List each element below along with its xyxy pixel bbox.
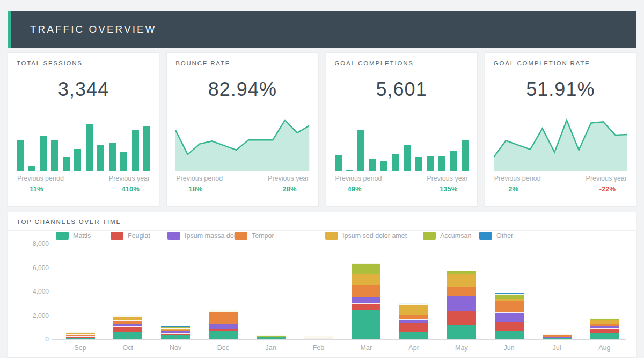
x-axis-tick: Mar [347, 344, 385, 352]
bar-segment-mattis[interactable] [495, 331, 524, 339]
spark-bar[interactable] [335, 155, 342, 171]
spark-bar[interactable] [369, 159, 376, 171]
prev-year-label: Previous year [268, 175, 309, 182]
bar-segment-feugiat[interactable] [352, 303, 380, 310]
area-fill [494, 120, 627, 171]
spark-bar[interactable] [109, 143, 116, 171]
bar-segment-tempor[interactable] [209, 312, 238, 323]
spark-bar[interactable] [143, 126, 150, 171]
bar-segment-feugiat[interactable] [495, 322, 524, 331]
bar-segment-mattis[interactable] [66, 338, 95, 339]
bar-segment-mattis[interactable] [543, 338, 572, 339]
bar-segment-tempor[interactable] [447, 287, 476, 296]
y-axis-tick: 2,000 [23, 312, 49, 319]
spark-bar[interactable] [346, 170, 353, 171]
spark-bar[interactable] [427, 156, 434, 171]
x-axis-tick: Feb [300, 344, 338, 352]
x-axis-tick: Jul [538, 344, 576, 352]
bar-column-aug[interactable] [590, 244, 619, 339]
prev-period-label: Previous period [176, 175, 223, 182]
spark-bar[interactable] [63, 157, 70, 171]
bar-segment-feugiat[interactable] [399, 323, 428, 332]
spark-bar[interactable] [450, 151, 457, 171]
bar-column-jan[interactable] [257, 244, 286, 339]
bar-column-oct[interactable] [113, 244, 142, 339]
bar-segment-feugiat[interactable] [447, 311, 476, 326]
bar-segment-ipsum-sed-dolor-amet[interactable] [590, 320, 619, 324]
bar-segment-ipsum-sed-dolor-amet[interactable] [447, 274, 476, 287]
spark-bar[interactable] [438, 156, 445, 171]
spark-bar-series [17, 116, 150, 171]
bar-segment-ipsum-massa-dolor[interactable] [447, 296, 476, 310]
kpi-sparkline [17, 116, 150, 171]
spark-bar[interactable] [415, 157, 422, 171]
spark-bar[interactable] [357, 130, 364, 171]
bar-segment-mattis[interactable] [113, 332, 142, 339]
prev-period-value: 2% [494, 185, 533, 193]
spark-bar[interactable] [51, 140, 58, 171]
prev-period-value: 11% [17, 185, 56, 193]
kpi-card-bounce-rate: BOUNCE RATE 82.94% Previous period Previ… [166, 52, 318, 206]
bar-segment-ipsum-sed-dolor-amet[interactable] [113, 316, 142, 320]
bar-column-apr[interactable] [399, 244, 428, 339]
bar-segment-ipsum-sed-dolor-amet[interactable] [399, 304, 428, 315]
prev-year-value: -22% [588, 185, 627, 193]
bar-segment-tempor[interactable] [113, 320, 142, 324]
bar-segment-mattis[interactable] [257, 337, 286, 339]
bar-segment-mattis[interactable] [590, 333, 619, 339]
bar-segment-tempor[interactable] [352, 285, 380, 297]
spark-bar[interactable] [380, 161, 387, 171]
bar-segment-tempor[interactable] [399, 315, 428, 319]
y-axis-tick: 0 [23, 335, 49, 343]
bar-column-may[interactable] [447, 244, 476, 339]
prev-year-label: Previous year [109, 175, 150, 182]
prev-period-label: Previous period [335, 175, 382, 182]
kpi-sparkline [494, 116, 627, 171]
bar-segment-feugiat[interactable] [590, 328, 619, 333]
bar-segment-mattis[interactable] [447, 325, 476, 339]
bar-column-nov[interactable] [161, 244, 190, 339]
spark-bar[interactable] [404, 145, 411, 171]
bar-segment-accumsan[interactable] [495, 294, 524, 299]
bar-column-jun[interactable] [495, 244, 524, 339]
bar-column-jul[interactable] [543, 244, 572, 339]
spark-bar[interactable] [40, 136, 47, 171]
x-axis-tick: May [443, 344, 480, 352]
bar-column-feb[interactable] [304, 244, 333, 339]
x-axis-tick: Oct [109, 344, 147, 352]
bar-segment-ipsum-massa-dolor[interactable] [352, 297, 380, 303]
spark-bar[interactable] [120, 152, 127, 171]
page-title: TRAFFIC OVERVIEW [8, 24, 157, 35]
spark-bar[interactable] [86, 124, 93, 171]
spark-bar[interactable] [28, 166, 35, 171]
bar-segment-mattis[interactable] [304, 339, 333, 339]
x-axis-tick: Aug [586, 344, 623, 352]
kpi-value: 51.91% [494, 78, 627, 102]
spark-area-chart [175, 116, 309, 171]
bar-segment-feugiat[interactable] [113, 326, 142, 332]
bar-segment-mattis[interactable] [352, 310, 380, 339]
spark-area-chart [494, 116, 627, 171]
kpi-card-goal-completion-rate: GOAL COMPLETION RATE 51.91% Previous per… [485, 52, 636, 206]
bar-segment-mattis[interactable] [209, 331, 238, 339]
spark-bar[interactable] [392, 154, 399, 171]
bar-column-mar[interactable] [352, 244, 380, 339]
spark-bar[interactable] [74, 149, 81, 171]
plot-gridline [52, 339, 626, 340]
spark-bar[interactable] [132, 130, 139, 171]
bar-segment-ipsum-massa-dolor[interactable] [495, 312, 524, 322]
bar-segment-ipsum-sed-dolor-amet[interactable] [352, 274, 380, 285]
bar-column-dec[interactable] [209, 244, 238, 339]
bar-segment-tempor[interactable] [495, 301, 524, 312]
kpi-card-row: TOTAL SESSIONS 3,344 Previous period Pre… [8, 52, 636, 206]
spark-bar[interactable] [97, 145, 104, 171]
bar-segment-ipsum-massa-dolor[interactable] [209, 324, 238, 329]
prev-period-label: Previous period [494, 175, 541, 182]
bar-segment-mattis[interactable] [399, 332, 428, 339]
spark-bar[interactable] [17, 140, 24, 171]
bar-segment-mattis[interactable] [161, 335, 190, 339]
spark-bar[interactable] [462, 140, 469, 171]
bar-column-sep[interactable] [66, 244, 95, 339]
kpi-title: TOTAL SESSIONS [17, 60, 150, 66]
bar-segment-accumsan[interactable] [352, 263, 380, 274]
